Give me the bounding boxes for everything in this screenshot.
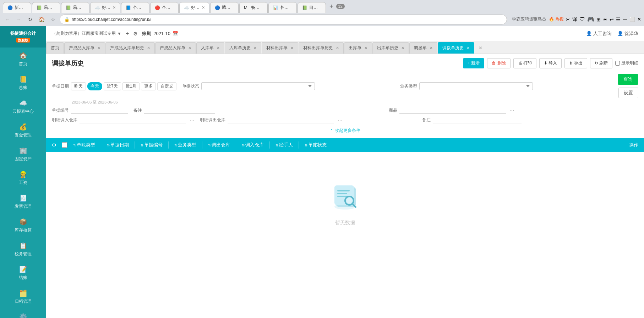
- sidebar-item-finance[interactable]: 💰 资金管理: [0, 119, 46, 143]
- menu-icon[interactable]: ☰: [616, 17, 621, 22]
- gear-icon[interactable]: ⚙: [133, 31, 138, 37]
- tab-close-inbound-hist[interactable]: ✕: [253, 46, 257, 50]
- select-all-checkbox[interactable]: [62, 142, 67, 148]
- tab-close-product-in-hist[interactable]: ✕: [147, 46, 150, 50]
- sidebar-item-ledger[interactable]: 📒 总账: [0, 71, 46, 95]
- tab-inbound[interactable]: 入库单 ✕: [196, 42, 224, 54]
- tab-transfer[interactable]: 调拨单 ✕: [409, 42, 437, 54]
- collapse-btn[interactable]: ⌃ 收起更多条件: [52, 126, 638, 135]
- delete-btn[interactable]: 🗑 删除: [487, 58, 510, 68]
- browser-tab-1[interactable]: 🔵 新…: [3, 2, 31, 13]
- tab-home[interactable]: 首页: [46, 42, 64, 54]
- maximize-btn[interactable]: ⬜: [629, 17, 635, 22]
- back-button[interactable]: ←: [3, 15, 12, 24]
- add-company-btn[interactable]: +: [126, 30, 129, 37]
- detail-in-more-btn[interactable]: ···: [190, 117, 194, 123]
- detail-note-input[interactable]: [433, 117, 522, 123]
- sidebar-item-invoice[interactable]: 🧾 发票管理: [0, 190, 46, 214]
- new-tab-btn[interactable]: +: [327, 3, 336, 10]
- table-settings-icon[interactable]: ⚙: [49, 140, 59, 150]
- refresh-btn[interactable]: ↻ 刷新: [590, 58, 612, 68]
- forward-button[interactable]: →: [14, 15, 23, 24]
- note-input[interactable]: [144, 107, 215, 114]
- col-header-biz-type[interactable]: ⇅ 业务类型: [171, 138, 199, 152]
- tab-inbound-hist[interactable]: 入库单历史 ✕: [225, 42, 261, 54]
- detail-out-more-btn[interactable]: ···: [338, 117, 342, 123]
- col-header-in-wh[interactable]: ⇅ 调入仓库: [239, 138, 267, 152]
- col-header-doc-date[interactable]: ⇅ 单据日期: [104, 138, 132, 152]
- browser-tab-3[interactable]: 📗 易…: [61, 2, 89, 13]
- sidebar-item-home[interactable]: 🏠 首页: [0, 48, 46, 71]
- tab-close-product-in[interactable]: ✕: [97, 46, 100, 50]
- col-header-doc-type[interactable]: ⇅ 单账类型: [70, 138, 98, 152]
- sidebar-item-payroll[interactable]: 👷 工资: [0, 166, 46, 190]
- display-checkbox[interactable]: [615, 61, 620, 66]
- close-all-tabs[interactable]: ✕: [476, 42, 485, 54]
- sidebar-item-inventory[interactable]: 📦 库存核算: [0, 214, 46, 238]
- browser-tab-7[interactable]: ☁️ 好… ✕: [179, 2, 209, 13]
- bookmark-button[interactable]: ☆: [48, 15, 58, 24]
- browser-tab-11[interactable]: 📗 目…: [298, 2, 326, 13]
- tab-transfer-hist[interactable]: 调拨单历史 ✕: [438, 42, 474, 54]
- close-btn[interactable]: ✕: [637, 17, 641, 22]
- browser-tab-5[interactable]: 📘 个…: [121, 2, 149, 13]
- tab-close-product-in2[interactable]: ✕: [188, 46, 191, 50]
- browser-tab-2[interactable]: 📗 易…: [32, 2, 60, 13]
- status-select[interactable]: [201, 82, 315, 90]
- sidebar-item-cloud-report[interactable]: ☁️ 云报表中心: [0, 95, 46, 119]
- tab-close-transfer[interactable]: ✕: [430, 46, 433, 50]
- sidebar-item-closing[interactable]: 📝 结账: [0, 261, 46, 285]
- date-btn-yesterday[interactable]: 昨天: [71, 82, 86, 90]
- tab-close-outbound[interactable]: ✕: [364, 46, 367, 50]
- browser-tab-8[interactable]: 🔵 腾…: [210, 2, 239, 13]
- date-btn-1month[interactable]: 近1月: [122, 82, 140, 90]
- date-btn-more[interactable]: 更多: [141, 82, 156, 90]
- tab-product-in-hist[interactable]: 产成品入库单历史 ✕: [105, 42, 155, 54]
- settings-button[interactable]: 设置: [618, 88, 638, 98]
- date-btn-custom[interactable]: 自定义: [157, 82, 176, 90]
- user-label[interactable]: 👤 徐泽华: [617, 30, 638, 37]
- col-header-handler[interactable]: ⇅ 经手人: [273, 138, 296, 152]
- biz-type-select[interactable]: [419, 82, 533, 90]
- tab-product-in[interactable]: 产成品入库单 ✕: [64, 42, 105, 54]
- company-selector[interactable]: （勿删勿禁用）江西服宝测试专用 ▼: [52, 30, 121, 37]
- home-button[interactable]: 🏠: [37, 15, 46, 24]
- tab-close-transfer-hist[interactable]: ✕: [466, 46, 470, 50]
- sidebar-item-tax[interactable]: 📋 税务管理: [0, 238, 46, 261]
- tab-close-inbound[interactable]: ✕: [217, 46, 220, 50]
- print-btn[interactable]: 🖨 打印: [513, 58, 536, 68]
- calendar-icon[interactable]: 📅: [173, 31, 178, 36]
- tab-material-out[interactable]: 材料出库单 ✕: [262, 42, 298, 54]
- col-header-doc-status[interactable]: ⇅ 单账状态: [302, 138, 329, 152]
- display-toggle[interactable]: 显示明细: [615, 60, 638, 66]
- sidebar-item-fixed-assets[interactable]: 🏢 固定资产: [0, 143, 46, 166]
- new-btn[interactable]: + 新增: [463, 58, 484, 68]
- minimize-btn[interactable]: —: [623, 17, 627, 22]
- tab-close-outbound-hist[interactable]: ✕: [401, 46, 404, 50]
- browser-tab-6[interactable]: 🔴 企…: [150, 2, 179, 13]
- detail-in-input[interactable]: [80, 117, 186, 123]
- browser-tab-10[interactable]: 📊 各…: [268, 2, 297, 13]
- sidebar-item-archive[interactable]: 🗂️ 归档管理: [0, 285, 46, 309]
- export-btn[interactable]: ⬆ 导出: [564, 58, 587, 68]
- import-btn[interactable]: ⬇ 导入: [539, 58, 562, 68]
- date-btn-7days[interactable]: 近7天: [104, 82, 121, 90]
- consult-label[interactable]: 👤 人工咨询: [586, 30, 612, 37]
- detail-out-input[interactable]: [228, 117, 334, 123]
- tab-close-material-out-hist[interactable]: ✕: [336, 46, 339, 50]
- browser-tab-4[interactable]: ☁️ 好… ✕: [90, 2, 120, 13]
- goods-input[interactable]: [399, 107, 506, 114]
- tab-close-4[interactable]: ✕: [113, 5, 116, 10]
- date-btn-today[interactable]: 今天: [87, 82, 102, 90]
- browser-tab-9[interactable]: M 畅…: [239, 2, 268, 13]
- col-header-out-wh[interactable]: ⇅ 调出仓库: [205, 138, 233, 152]
- refresh-button[interactable]: ↻: [26, 15, 35, 24]
- tab-product-in2[interactable]: 产成品入库单 ✕: [155, 42, 196, 54]
- sidebar-item-settings[interactable]: ⚙️ 基础设置: [0, 309, 46, 318]
- tab-close-material-out[interactable]: ✕: [290, 46, 294, 50]
- address-bar[interactable]: 🔒 https://cloud.chanjet.com/accounting/u…: [60, 15, 507, 24]
- tab-close-7[interactable]: ✕: [202, 5, 205, 10]
- tab-material-out-hist[interactable]: 材料出库单历史 ✕: [299, 42, 344, 54]
- goods-more-btn[interactable]: ···: [509, 107, 514, 114]
- query-button[interactable]: 查询: [618, 74, 638, 85]
